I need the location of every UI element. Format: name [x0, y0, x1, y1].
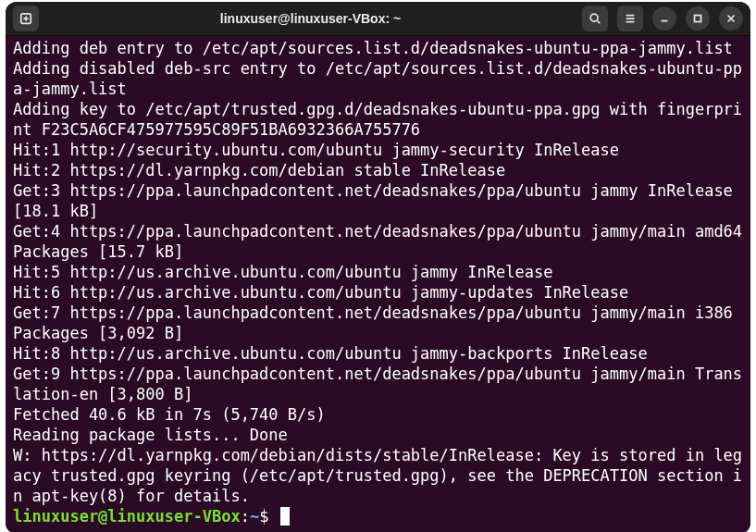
cursor — [280, 507, 290, 526]
minimize-icon — [658, 12, 671, 25]
prompt-path: ~ — [250, 507, 259, 526]
titlebar: linuxuser@linuxuser-VBox: ~ — [6, 2, 750, 36]
menu-button[interactable] — [617, 6, 643, 31]
prompt-dollar: $ — [259, 507, 268, 526]
new-tab-button[interactable] — [13, 6, 39, 31]
terminal-output: Adding deb entry to /etc/apt/sources.lis… — [13, 39, 750, 444]
minimize-button[interactable] — [652, 6, 676, 31]
svg-point-3 — [590, 14, 598, 21]
close-icon — [725, 12, 737, 25]
search-button[interactable] — [582, 6, 608, 31]
hamburger-icon — [624, 12, 637, 25]
maximize-button[interactable] — [686, 6, 710, 31]
window-title: linuxuser@linuxuser-VBox: ~ — [46, 11, 575, 26]
terminal-warning: W: https://dl.yarnpkg.com/debian/dists/s… — [13, 446, 742, 505]
maximize-icon — [691, 12, 704, 25]
svg-rect-9 — [695, 16, 701, 22]
prompt-colon: : — [241, 507, 250, 526]
search-icon — [589, 12, 601, 25]
terminal-window: linuxuser@linuxuser-VBox: ~ Adding deb e… — [6, 2, 750, 532]
close-button[interactable] — [719, 6, 743, 31]
terminal-body[interactable]: Adding deb entry to /etc/apt/sources.lis… — [6, 36, 750, 532]
svg-line-4 — [598, 21, 601, 24]
new-tab-icon — [19, 12, 32, 25]
prompt-user-host: linuxuser@linuxuser-VBox — [13, 507, 241, 526]
